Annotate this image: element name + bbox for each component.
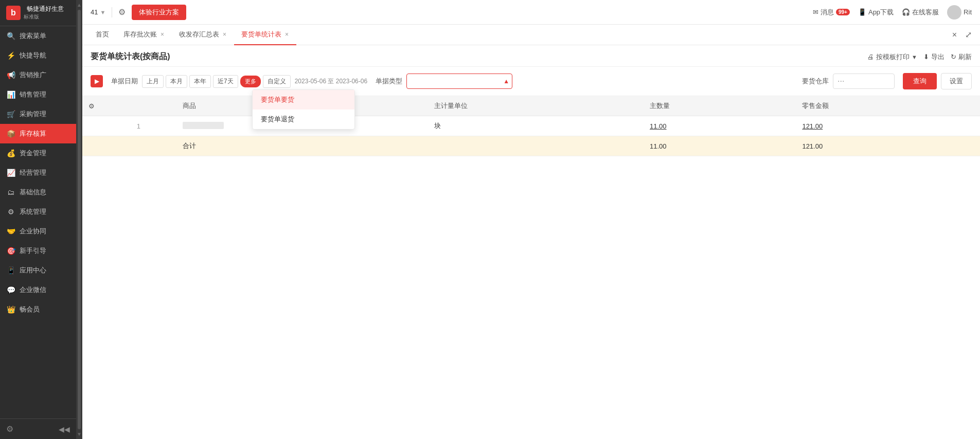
date-btn-last-7days[interactable]: 近7天 <box>213 75 238 88</box>
sidebar-item-inventory[interactable]: 📦 库存核算 <box>0 124 76 143</box>
sidebar-item-enterprise[interactable]: 🤝 企业协同 <box>0 222 76 241</box>
sidebar-item-shortcuts[interactable]: ⚡ 快捷导航 <box>0 46 76 65</box>
page-actions: 🖨 按模板打印 ▼ ⬇ 导出 ↻ 刷新 <box>867 52 972 62</box>
sidebar: b 畅捷通好生意 标准版 🔍 搜索菜单 ⚡ 快捷导航 📢 营销推广 📊 销售管理… <box>0 0 76 439</box>
sidebar-item-label: 搜索菜单 <box>20 31 46 41</box>
money-icon: 💰 <box>6 149 15 158</box>
th-settings[interactable]: ⚙ <box>82 96 101 116</box>
tab-inventory-batch-label: 库存批次账 <box>123 30 157 39</box>
table-header: ⚙ 商品 主计量单位 主数量 零售金额 <box>82 96 980 116</box>
tab-collection-summary-label: 收发存汇总表 <box>179 30 219 39</box>
date-btn-this-month[interactable]: 本月 <box>166 75 187 88</box>
sidebar-item-label: 系统管理 <box>20 207 46 216</box>
refresh-icon: ↻ <box>951 53 956 61</box>
scroll-up-arrow[interactable]: ▲ <box>77 2 82 8</box>
date-btn-last-month[interactable]: 上月 <box>142 75 164 88</box>
date-shortcuts: 上月 本月 本年 近7天 更多 自定义 <box>142 75 291 88</box>
warehouse-select[interactable]: ··· <box>833 74 895 89</box>
date-filter-group: 单据日期 上月 本月 本年 近7天 更多 自定义 2023-05-06 至 20… <box>111 75 367 88</box>
collapse-icon[interactable]: ◀◀ <box>59 425 70 433</box>
wechat-icon: 💬 <box>6 285 15 295</box>
gear-nav-icon: ⚙ <box>6 207 15 216</box>
cart-icon: 🛒 <box>6 109 15 119</box>
footer-quantity: 11.00 <box>644 136 796 156</box>
type-filter-group: 单据类型 ▲ <box>376 74 794 89</box>
scroll-down-arrow[interactable]: ▼ <box>77 431 82 437</box>
page-title: 要货单统计表(按商品) <box>91 51 170 62</box>
date-btn-custom[interactable]: 自定义 <box>263 75 291 88</box>
filter-expand-btn[interactable]: ▶ <box>91 75 103 87</box>
scroll-thumb <box>78 10 81 429</box>
sidebar-item-label: 新手引导 <box>20 246 46 255</box>
settings-icon-topbar[interactable]: ⚙ <box>118 7 126 17</box>
tab-close-all-btn[interactable]: × <box>950 28 959 42</box>
date-filter-label: 单据日期 <box>111 77 138 86</box>
topbar: 41 ▼ ⚙ 体验行业方案 ✉ 消息 99+ 📱 App下载 🎧 在线客服 Ri… <box>82 0 980 25</box>
tab-collection-summary[interactable]: 收发存汇总表 × <box>172 25 234 45</box>
sidebar-item-marketing[interactable]: 📢 营销推广 <box>0 65 76 85</box>
refresh-btn[interactable]: ↻ 刷新 <box>951 52 972 62</box>
filter-bar: ▶ 单据日期 上月 本月 本年 近7天 更多 自定义 2023-05-06 至 … <box>82 67 980 96</box>
handshake-icon: 🤝 <box>6 227 15 236</box>
sidebar-item-wechat[interactable]: 💬 企业微信 <box>0 280 76 300</box>
tab-close-order-summary[interactable]: × <box>284 31 289 38</box>
date-btn-more[interactable]: 更多 <box>240 76 261 87</box>
message-btn[interactable]: ✉ 消息 99+ <box>813 8 850 17</box>
settings-bottom-icon[interactable]: ⚙ <box>6 424 13 434</box>
print-icon: 🖨 <box>867 53 874 61</box>
message-icon: ✉ <box>813 8 818 16</box>
target-icon: 🎯 <box>6 246 15 255</box>
tab-inventory-batch[interactable]: 库存批次账 × <box>116 25 172 45</box>
app-sub: 标准版 <box>24 13 64 21</box>
sidebar-item-guide[interactable]: 🎯 新手引导 <box>0 241 76 261</box>
sidebar-item-search[interactable]: 🔍 搜索菜单 <box>0 26 76 46</box>
query-button[interactable]: 查询 <box>903 73 937 89</box>
type-dropdown: 要货单要货 要货单退货 <box>252 89 355 130</box>
tab-home-label: 首页 <box>96 30 109 39</box>
print-template-btn[interactable]: 🖨 按模板打印 ▼ <box>867 52 917 62</box>
sidebar-item-base[interactable]: 🗂 基础信息 <box>0 182 76 202</box>
table-footer-row: 合计 11.00 121.00 <box>82 136 980 156</box>
sidebar-item-member[interactable]: 👑 畅会员 <box>0 300 76 319</box>
sidebar-item-label: 企业微信 <box>20 285 46 295</box>
export-btn[interactable]: ⬇ 导出 <box>923 52 945 62</box>
dropdown-item-order-return[interactable]: 要货单退货 <box>253 109 354 129</box>
tab-expand-btn[interactable]: ⤢ <box>963 28 974 42</box>
sidebar-item-label: 畅会员 <box>20 305 40 314</box>
sidebar-item-label: 应用中心 <box>20 266 46 275</box>
store-chevron-icon: ▼ <box>100 9 105 15</box>
sidebar-item-label: 基础信息 <box>20 188 46 197</box>
tab-order-summary[interactable]: 要货单统计表 × <box>234 25 296 45</box>
tab-home[interactable]: 首页 <box>88 25 116 45</box>
type-select-input[interactable] <box>406 74 512 89</box>
footer-label: 合计 <box>176 136 428 156</box>
tab-close-collection-summary[interactable]: × <box>222 31 227 38</box>
filter-actions: 查询 设置 <box>903 73 972 89</box>
tab-close-inventory-batch[interactable]: × <box>160 31 165 38</box>
sidebar-logo: b 畅捷通好生意 标准版 <box>0 0 76 26</box>
date-btn-this-year[interactable]: 本年 <box>189 75 211 88</box>
sidebar-item-label: 销售管理 <box>20 90 46 99</box>
promo-button[interactable]: 体验行业方案 <box>132 5 186 20</box>
sidebar-item-label: 资金管理 <box>20 149 46 158</box>
sidebar-item-operations[interactable]: 📈 经营管理 <box>0 163 76 182</box>
print-label: 按模板打印 <box>876 52 910 62</box>
online-service-btn[interactable]: 🎧 在线客服 <box>902 8 939 17</box>
data-table: ⚙ 商品 主计量单位 主数量 零售金额 1 <box>82 96 980 156</box>
sidebar-item-system[interactable]: ⚙ 系统管理 <box>0 202 76 222</box>
sidebar-item-purchase[interactable]: 🛒 采购管理 <box>0 104 76 124</box>
user-avatar-area[interactable]: Rit <box>947 5 972 20</box>
warehouse-dots-icon: ··· <box>838 77 844 86</box>
sidebar-item-app-center[interactable]: 📱 应用中心 <box>0 261 76 280</box>
dropdown-item-order-goods[interactable]: 要货单要货 <box>253 90 354 109</box>
headset-icon: 🎧 <box>902 8 910 16</box>
app-download-btn[interactable]: 📱 App下载 <box>858 8 894 17</box>
sidebar-item-sales[interactable]: 📊 销售管理 <box>0 85 76 104</box>
store-selector[interactable]: 41 ▼ <box>91 8 105 16</box>
tabs-bar: 首页 库存批次账 × 收发存汇总表 × 要货单统计表 × × ⤢ <box>82 25 980 45</box>
sidebar-item-finance[interactable]: 💰 资金管理 <box>0 143 76 163</box>
sidebar-nav: 🔍 搜索菜单 ⚡ 快捷导航 📢 营销推广 📊 销售管理 🛒 采购管理 📦 库存核… <box>0 26 76 418</box>
table-footer: 合计 11.00 121.00 <box>82 136 980 156</box>
set-button[interactable]: 设置 <box>941 73 972 89</box>
tabs-actions: × ⤢ <box>950 28 974 42</box>
